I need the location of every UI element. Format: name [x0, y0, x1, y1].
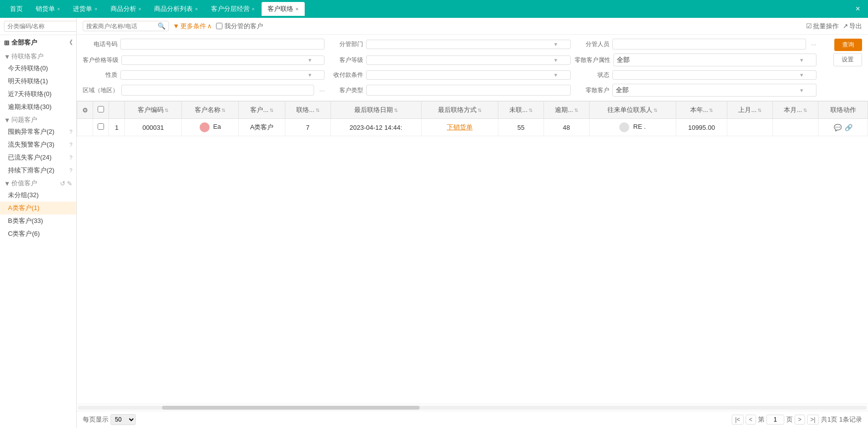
region-input[interactable] — [121, 85, 314, 96]
chat-icon[interactable]: 💬 — [834, 124, 842, 131]
close-tab-analysis[interactable]: × — [138, 6, 141, 12]
customer-type-label: 客户类型 — [328, 86, 363, 95]
filter-cell-payment: 收付款条件 ▼ — [328, 70, 570, 80]
row-code[interactable]: 000031 — [125, 119, 182, 136]
sort-icon-name[interactable]: ⇅ — [221, 107, 225, 113]
sort-icon-type[interactable]: ⇅ — [270, 107, 273, 113]
sort-icon-no-contact[interactable]: ⇅ — [529, 107, 533, 113]
customer-type-input[interactable] — [366, 85, 570, 96]
link-icon[interactable]: 🔗 — [845, 124, 853, 131]
more-conditions-btn[interactable]: ▼ 更多条件 ∧ — [173, 22, 212, 31]
export-btn[interactable]: ↗ 导出 — [843, 22, 862, 31]
row-last-contact-method[interactable]: 下销货单 — [421, 119, 498, 136]
close-all-tabs[interactable]: × — [852, 4, 864, 13]
refresh-icon[interactable]: ↺ — [60, 180, 65, 187]
manager-more-icon[interactable]: ··· — [811, 41, 816, 48]
sidebar-item-today[interactable]: 今天待联络(0) — [0, 62, 76, 75]
sidebar-item-class-b[interactable]: B类客户(33) — [0, 214, 76, 227]
row-this-year: 10995.00 — [676, 119, 727, 136]
price-level-select[interactable]: ▼ — [121, 55, 325, 65]
first-page-btn[interactable]: |< — [732, 415, 744, 425]
prev-page-btn[interactable]: < — [746, 415, 756, 425]
region-more-icon[interactable]: ··· — [319, 87, 325, 94]
next-page-btn[interactable]: > — [795, 415, 805, 425]
sidebar-section-problem[interactable]: ▼ 问题客户 — [0, 113, 76, 125]
page-input[interactable] — [766, 415, 784, 425]
sidebar-item-nogroup[interactable]: 未分组(32) — [0, 189, 76, 202]
sidebar-section-pending[interactable]: ▼ 待联络客户 — [0, 50, 76, 62]
nav-tab-purchase[interactable]: 进货单 × — [67, 2, 103, 16]
customer-level-select[interactable]: ▼ — [366, 55, 570, 65]
last-page-btn[interactable]: >| — [807, 415, 819, 425]
row-checkbox[interactable] — [98, 123, 104, 130]
sidebar-section-value[interactable]: ▼ 价值客户 ↺ ✎ — [0, 177, 76, 189]
my-customers-filter[interactable]: 我分管的客户 — [216, 22, 263, 31]
sort-icon-overdue[interactable]: ⇅ — [574, 107, 578, 113]
sidebar-item-class-a[interactable]: A类客户(1) — [0, 202, 76, 214]
sort-icon-last-month[interactable]: ⇅ — [758, 107, 761, 113]
nature-select[interactable]: ▼ — [120, 70, 325, 80]
payment-select[interactable]: ▼ — [366, 70, 570, 80]
sidebar-item-lost[interactable]: 已流失客户(24) ? — [0, 151, 76, 164]
row-overdue: 48 — [543, 119, 589, 136]
row-checkbox-cell[interactable] — [93, 119, 109, 136]
status-select[interactable]: ▼ — [612, 70, 816, 80]
retail-customer-select[interactable]: 全部 ▼ — [612, 84, 816, 97]
sort-icon-code[interactable]: ⇅ — [164, 107, 168, 113]
select-all-checkbox[interactable] — [98, 106, 104, 112]
payment-label: 收付款条件 — [328, 71, 363, 79]
nav-tab-sales[interactable]: 销货单 × — [30, 2, 66, 16]
close-tab-customer-mgmt[interactable]: × — [252, 6, 255, 12]
bulk-op-btn[interactable]: ☑ 批量操作 — [806, 22, 839, 31]
sort-icon-year[interactable]: ⇅ — [709, 107, 713, 113]
sort-icon-method[interactable]: ⇅ — [478, 107, 482, 113]
sidebar-item-hoarding[interactable]: 囤购异常客户(2) ? — [0, 125, 76, 138]
close-tab-sales[interactable]: × — [57, 6, 60, 12]
col-settings[interactable]: ⚙ — [77, 102, 93, 119]
retail-attr-select[interactable]: 全部 ▼ — [613, 54, 816, 66]
horizontal-scrollbar[interactable] — [77, 404, 868, 411]
unit-avatar — [619, 122, 629, 132]
contact-method-link[interactable]: 下销货单 — [447, 123, 473, 131]
filter-search-input[interactable] — [86, 23, 156, 30]
sort-icon-date[interactable]: ⇅ — [394, 107, 398, 113]
close-tab-customer-contact[interactable]: × — [295, 6, 298, 12]
nav-home[interactable]: 首页 — [4, 4, 29, 13]
sidebar-item-tomorrow[interactable]: 明天待联络(1) — [0, 75, 76, 88]
info-icon-4: ? — [69, 167, 72, 173]
sort-icon-unit[interactable]: ⇅ — [653, 107, 657, 113]
close-tab-purchase[interactable]: × — [94, 6, 97, 12]
close-tab-analysis-list[interactable]: × — [195, 6, 198, 12]
col-checkbox[interactable] — [93, 102, 109, 119]
settings-button[interactable]: 设置 — [833, 53, 862, 66]
sort-icon-contact[interactable]: ⇅ — [316, 107, 320, 113]
sidebar-item-overdue[interactable]: 逾期未联络(30) — [0, 101, 76, 113]
nav-tab-customer-mgmt[interactable]: 客户分层经营 × — [205, 2, 261, 16]
per-page-select[interactable]: 50 100 200 — [110, 414, 136, 425]
sidebar-all-customers[interactable]: ⊞ 全部客户 《 — [0, 35, 76, 50]
my-customers-checkbox[interactable] — [216, 23, 222, 29]
query-button[interactable]: 查询 — [834, 39, 862, 51]
nav-tab-customer-contact[interactable]: 客户联络 × — [262, 2, 304, 16]
sidebar-collapse[interactable]: 《 — [66, 39, 72, 47]
manager-input[interactable] — [612, 39, 806, 50]
sidebar-item-class-c[interactable]: C类客户(6) — [0, 227, 76, 240]
nav-tab-analysis-list[interactable]: 商品分析列表 × — [148, 2, 204, 16]
scroll-thumb[interactable] — [162, 406, 420, 410]
scroll-track[interactable] — [78, 406, 867, 410]
edit-icon[interactable]: ✎ — [67, 180, 72, 187]
sidebar-item-declining[interactable]: 持续下滑客户(2) ? — [0, 164, 76, 177]
sort-icon-this-month[interactable]: ⇅ — [803, 107, 807, 113]
row-no-contact: 55 — [498, 119, 543, 136]
filter-search-icon[interactable]: 🔍 — [158, 22, 165, 30]
nav-tab-analysis[interactable]: 商品分析 × — [105, 2, 147, 16]
phone-input[interactable] — [120, 39, 325, 50]
col-contact-action: 联络动作 — [818, 102, 868, 119]
sidebar-item-lostwarning[interactable]: 流失预警客户(3) ? — [0, 138, 76, 151]
sidebar-search-input[interactable] — [4, 21, 77, 32]
col-unit-contact: 往来单位联系人 ⇅ — [589, 102, 676, 119]
price-level-label: 客户价格等级 — [83, 56, 118, 64]
settings-icon[interactable]: ⚙ — [82, 107, 88, 114]
sidebar-item-7days[interactable]: 近7天待联络(0) — [0, 88, 76, 101]
dept-select[interactable]: ▼ — [366, 40, 570, 49]
